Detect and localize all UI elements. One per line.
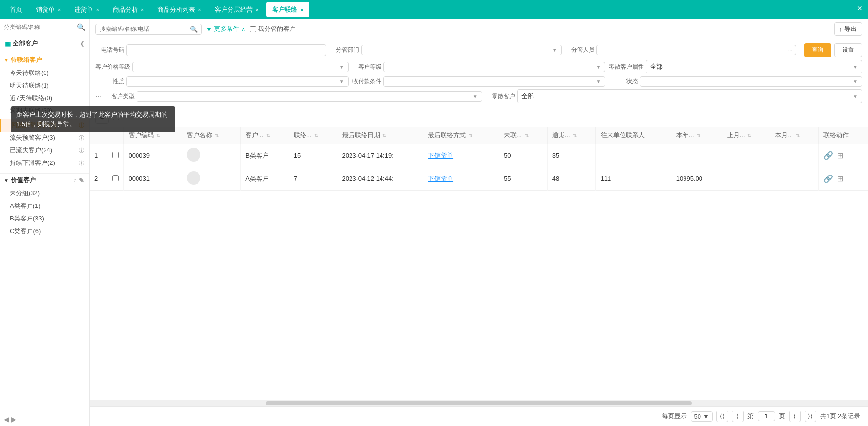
tab-sales[interactable]: 销货单 × [30,2,66,17]
table-settings-button[interactable]: ⚙ [95,110,109,124]
sidebar-item-ungroups[interactable]: 未分组(32) [0,187,89,200]
row1-contact: 15 [289,144,337,167]
col-name[interactable]: 客户名称 ⇅ [182,127,241,144]
row1-checkbox[interactable] [112,152,119,158]
toolbar-search-input[interactable] [100,26,188,32]
first-page-button[interactable]: ⟨⟨ [716,411,728,422]
row1-action-icons: 🔗 ⊞ [823,151,863,160]
status-select[interactable]: ▼ [640,76,862,87]
toolbar-search-box: 🔍 [95,24,202,35]
churned-info-icon: ⓘ [79,147,84,154]
toolbar-search-icon[interactable]: 🔍 [190,26,198,33]
price-label: 客户价格等级 [95,63,130,71]
col-last-method[interactable]: 最后联络方式 ⇅ [423,127,499,144]
select-all-checkbox[interactable] [113,114,119,120]
my-customers-checkbox[interactable] [250,26,256,32]
col-this-month[interactable]: 本月... ⇅ [770,127,819,144]
circle-icon[interactable]: ○ [73,177,77,184]
filter-price-level: 客户价格等级 ▼ [95,62,349,72]
sidebar-item-7days[interactable]: 近7天待联络(0) [0,92,89,104]
col-this-year[interactable]: 本年... ⇅ [671,127,722,144]
page-input[interactable]: 1 [758,411,775,421]
sidebar-item-b-class[interactable]: B类客户(33) [0,212,89,225]
retail-select[interactable]: 全部 ▼ [646,60,862,73]
person-select[interactable]: ··· [596,45,796,55]
value-customers-title[interactable]: ▼ 价值客户 ○ ✎ [0,173,89,187]
row1-link-icon[interactable]: 🔗 [823,151,833,160]
tab-analysis-list[interactable]: 商品分析列表 × [152,2,207,17]
row2-checkbox[interactable] [112,175,119,181]
sidebar-item-today[interactable]: 今天待联络(0) [0,67,89,79]
col-level[interactable]: 客户... ⇅ [241,127,289,144]
col-last-date[interactable]: 最后联络日期 ⇅ [337,127,423,144]
row2-link-icon[interactable]: 🔗 [823,174,833,183]
sidebar-item-declining[interactable]: 持续下滑客户(2) ⓘ [0,157,89,169]
row1-last-method-link[interactable]: 下销货单 [428,152,453,159]
last-month-sort-icon: ⇅ [747,133,751,138]
table-scroll-area[interactable]: 客户编码 ⇅ 客户名称 ⇅ 客户... ⇅ [90,127,868,400]
collapse-icon[interactable]: ❮ [80,41,84,47]
filter-status: 状态 ▼ [609,76,862,87]
col-uncontacted[interactable]: 未联... ⇅ [499,127,548,144]
more-conditions-button[interactable]: ▼ 更多条件 ∧ [206,25,246,33]
price-select[interactable]: ▼ [132,62,349,72]
pending-contact-title[interactable]: ▼ 待联络客户 [0,53,89,67]
filter-gender: 性质 ▼ [95,76,349,87]
filter-more-dots[interactable]: ··· [95,92,102,101]
last-page-button[interactable]: ⟩⟩ [805,411,816,422]
sidebar-search-input[interactable] [4,24,77,30]
edit-icon[interactable]: ✎ [79,177,84,184]
sidebar-expand-right-icon[interactable]: ▶ [11,415,16,423]
col-contact[interactable]: 联络... ⇅ [289,127,337,144]
sidebar-bottom: ◀ ▶ [0,412,89,426]
export-button[interactable]: ↑ 导出 [834,22,863,36]
payment-select[interactable]: ▼ [383,76,606,87]
tab-home[interactable]: 首页 [4,2,28,17]
tab-customer-tier[interactable]: 客户分层经营 × [209,2,264,17]
dept-select[interactable]: ▼ [361,45,561,55]
tab-customer-contact[interactable]: 客户联络 × [266,2,309,17]
sidebar-item-overdue[interactable]: 逾期未联络(30) [0,104,89,117]
col-overdue[interactable]: 逾期... ⇅ [547,127,595,144]
tab-purchase-close[interactable]: × [96,7,99,13]
level-select[interactable]: ▼ [383,62,606,72]
tab-analysis-list-close[interactable]: × [198,7,201,13]
setting-button[interactable]: 设置 [834,43,862,57]
col-code[interactable]: 客户编码 ⇅ [123,127,182,144]
tab-analysis-close[interactable]: × [141,7,144,13]
sidebar-item-churn-warning[interactable]: 流失预警客户(3) ⓘ [0,132,89,144]
sidebar-item-churned[interactable]: 已流失客户(24) ⓘ [0,144,89,157]
bottom-scroll-thumb[interactable] [266,401,692,405]
col-last-month[interactable]: 上月... ⇅ [722,127,770,144]
gender-select[interactable]: ▼ [126,76,349,87]
customer-type-select[interactable]: ▼ [137,91,482,102]
sidebar-item-a-class[interactable]: A类客户(1) [0,200,89,212]
settings-icon: ⚙ [99,114,105,121]
tab-purchase[interactable]: 进货单 × [68,2,105,17]
row2-last-method-link[interactable]: 下销货单 [428,175,453,182]
row1-last-date: 2023-04-17 14:19: [337,144,423,167]
next-page-button[interactable]: ⟩ [789,411,801,422]
row1-apps-icon[interactable]: ⊞ [837,151,843,160]
tab-analysis[interactable]: 商品分析 × [107,2,150,17]
tab-sales-close[interactable]: × [58,7,61,13]
declining-info-icon: ⓘ [79,160,84,167]
bottom-scrollbar[interactable] [90,400,868,406]
row2-apps-icon[interactable]: ⊞ [837,174,843,183]
all-customers-title[interactable]: ▦ 全部客户 ❮ [0,35,89,52]
ungroup-label: 未分组(32) [10,189,40,198]
query-button[interactable]: 查询 [804,43,831,57]
nav-close-button[interactable]: × [857,4,862,13]
prev-page-button[interactable]: ⟨ [732,411,744,422]
phone-input[interactable] [126,44,326,56]
sidebar-item-tomorrow[interactable]: 明天待联络(1) [0,79,89,92]
filter-customer-type: 客户类型 ▼ [106,91,482,102]
sidebar-search-icon[interactable]: 🔍 [77,23,85,31]
tab-customer-tier-close[interactable]: × [256,7,259,13]
tab-customer-contact-close[interactable]: × [300,7,303,13]
sidebar-item-repurchase-abnormal[interactable]: 回购异常客户(2) ⓘ [0,119,89,132]
per-page-select[interactable]: 50 ▼ [691,411,713,422]
retail-customer-select[interactable]: 全部 ▼ [517,89,862,103]
sidebar-item-c-class[interactable]: C类客户(6) [0,225,89,237]
sidebar-expand-left-icon[interactable]: ◀ [4,415,9,423]
